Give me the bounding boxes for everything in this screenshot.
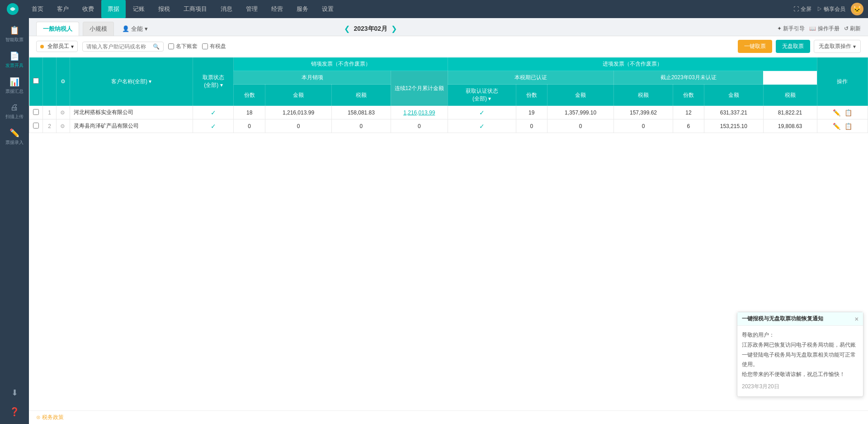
col-checkbox-header [29, 57, 43, 106]
one-key-ticket-btn[interactable]: 一键取票 [738, 40, 772, 53]
col-gear-header: ⚙ [57, 57, 70, 106]
row-sales-amount-1: 0 [265, 119, 331, 133]
col-cert-tax: 税额 [614, 85, 673, 106]
row-ticket-status-0: ✓ [193, 106, 234, 119]
nav-home[interactable]: 首页 [25, 0, 50, 18]
nav-message[interactable]: 消息 [214, 0, 239, 18]
logo [5, 1, 21, 17]
row-cert-amount-0: 1,357,999.10 [547, 106, 613, 119]
col-cert-amount: 金额 [547, 85, 613, 106]
new-guide-btn[interactable]: ✦ 新手引导 [777, 25, 805, 33]
row-num-1: 2 [43, 119, 57, 133]
nav-ticket[interactable]: 票据 [101, 0, 126, 18]
col-ticket-status-header[interactable]: 取票状态(全部) ▾ [193, 57, 234, 106]
manual-btn[interactable]: 📖 操作手册 [809, 25, 839, 33]
copy-icon-1[interactable]: 📋 [844, 123, 852, 130]
row-ticket-status-1: ✓ [193, 119, 234, 133]
prev-month-btn[interactable]: ❮ [344, 24, 350, 33]
edit-icon-1[interactable]: ✏️ [833, 123, 840, 130]
nav-settings[interactable]: 设置 [316, 0, 340, 18]
nav-customer[interactable]: 客户 [51, 0, 75, 18]
nav-bookkeeping[interactable]: 记账 [127, 0, 151, 18]
footer-bar[interactable]: ⊙ 税务政策 [29, 410, 868, 424]
sidebar-item-invoice-open[interactable]: 📄 发票开具 [1, 48, 28, 72]
row-uncert-tax-0: 81,822.21 [763, 106, 817, 119]
employee-chevron-icon: ▾ [71, 43, 74, 50]
col-month-sales-header: 本月销项 [234, 71, 391, 85]
tax-policy-link[interactable]: ⊙ 税务政策 [36, 414, 64, 421]
no-disk-ticket-btn[interactable]: 无盘取票 [776, 40, 810, 53]
employee-label: 全部员工 [47, 43, 69, 50]
col-cert-status[interactable]: 获取认证状态(全部) ▾ [448, 85, 516, 106]
month-label: 2023年02月 [354, 25, 387, 33]
ticket-summary-icon: 📊 [9, 77, 19, 87]
edit-icon-0[interactable]: ✏️ [833, 109, 840, 116]
search-icon[interactable]: 🔍 [153, 43, 160, 50]
tab-small-scale[interactable]: 小规模 [83, 22, 114, 36]
nav-items: 首页 客户 收费 票据 记账 报税 工商项目 消息 管理 经营 服务 设置 [25, 0, 793, 18]
search-input[interactable] [86, 43, 153, 50]
row-gear-1[interactable]: ⚙ [57, 119, 70, 133]
select-all-checkbox[interactable] [33, 78, 39, 84]
download-icon[interactable]: ⬇ [9, 385, 21, 400]
fullscreen-btn[interactable]: ⛶ 全屏 [793, 5, 811, 13]
help-icon[interactable]: ❓ [7, 404, 22, 419]
table-row: 2 ⚙ 灵寿县尚泽矿产品有限公司 ✓ 0 0 0 0 ✓ 0 0 0 6 153… [29, 119, 868, 133]
col-sales-tax: 税额 [332, 85, 391, 106]
row-name-0: 河北柯搭栎实业有限公司 [70, 106, 193, 119]
row-cert-status-1: ✓ [448, 119, 516, 133]
no-disk-ops-label: 无盘取票操作 [819, 43, 851, 50]
nav-service[interactable]: 服务 [290, 0, 315, 18]
refresh-btn[interactable]: ↺ 刷新 [844, 25, 861, 33]
copy-icon-0[interactable]: 📋 [844, 109, 852, 116]
sidebar-item-ticket-summary[interactable]: 📊 票据汇总 [1, 73, 28, 98]
row-cert-count-0: 19 [516, 106, 547, 119]
row-actions-1: ✏️ 📋 [817, 119, 868, 133]
col-name-header[interactable]: 客户名称(全部) ▾ [70, 57, 193, 106]
nav-operation[interactable]: 经营 [265, 0, 289, 18]
ticket-entry-icon: ✏️ [9, 128, 19, 138]
nav-manage[interactable]: 管理 [240, 0, 264, 18]
sidebar: 📋 智能取票 📄 发票开具 📊 票据汇总 🖨 扫描上传 ✏️ 票据录入 ⬇ ❓ [0, 18, 29, 424]
sidebar-item-scan-upload[interactable]: 🖨 扫描上传 [1, 99, 28, 124]
row-name-1: 灵寿县尚泽矿产品有限公司 [70, 119, 193, 133]
row-checkbox-1[interactable] [29, 119, 43, 133]
row-num-0: 1 [43, 106, 57, 119]
member-btn[interactable]: ▷ 畅享会员 [817, 5, 845, 13]
col-sales-amount: 金额 [265, 85, 331, 106]
row-sales-count-1: 0 [234, 119, 265, 133]
next-month-btn[interactable]: ❯ [391, 24, 397, 33]
nav-tax[interactable]: 报税 [152, 0, 176, 18]
notification-header: 一键报税与无盘取票功能恢复通知 × [737, 312, 863, 326]
table-row: 1 ⚙ 河北柯搭栎实业有限公司 ✓ 18 1,216,013.99 158,08… [29, 106, 868, 119]
checkbox-account-wrap[interactable]: 名下账套 [168, 43, 198, 50]
col-uncert-count: 份数 [673, 85, 704, 106]
nav-fee[interactable]: 收费 [76, 0, 100, 18]
user-avatar[interactable]: 🐱 [851, 3, 863, 15]
tab-all[interactable]: 👤 全能 ▾ [118, 22, 152, 36]
row-uncert-amount-1: 153,215.10 [704, 119, 763, 133]
notification-date: 2023年3月20日 [742, 382, 859, 392]
checkbox-tax-disk-wrap[interactable]: 有税盘 [202, 43, 226, 50]
nav-business[interactable]: 工商项目 [177, 0, 213, 18]
sidebar-item-ticket-entry[interactable]: ✏️ 票据录入 [1, 124, 28, 149]
main-table: ⚙ 客户名称(全部) ▾ 取票状态(全部) ▾ 销项发票（不含作废票） 进项发票… [29, 57, 868, 133]
checkbox-tax-disk[interactable] [202, 43, 208, 49]
sidebar-item-smart-ticket[interactable]: 📋 智能取票 [1, 22, 28, 47]
tab-general-taxpayer[interactable]: 一般纳税人 [36, 22, 79, 36]
row-cumulative-0: 1,216,013.99 [391, 106, 448, 119]
no-disk-ops-btn[interactable]: 无盘取票操作 ▾ [814, 40, 861, 53]
col-purchase-group-header: 进项发票（不含作废票） [448, 57, 817, 71]
col-uncert-amount: 金额 [704, 85, 763, 106]
employee-select[interactable]: 全部员工 ▾ [36, 41, 78, 52]
row-gear-0[interactable]: ⚙ [57, 106, 70, 119]
row-checkbox-0[interactable] [29, 106, 43, 119]
notification-close-btn[interactable]: × [855, 315, 859, 323]
row-cumulative-1: 0 [391, 119, 448, 133]
checkbox-account[interactable] [168, 43, 174, 49]
row-uncert-count-1: 6 [673, 119, 704, 133]
search-wrap: 🔍 [82, 42, 164, 52]
row-cert-count-1: 0 [516, 119, 547, 133]
chevron-down-icon: ▾ [145, 25, 148, 32]
col-action-header: 操作 [817, 57, 868, 106]
